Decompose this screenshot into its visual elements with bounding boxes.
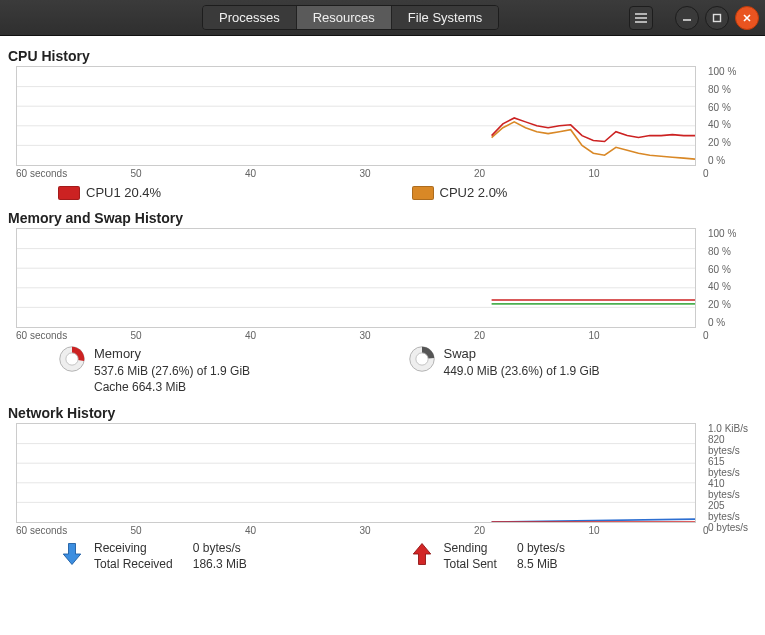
download-arrow-icon	[58, 540, 86, 568]
memory-cache-text: Cache 664.3 MiB	[94, 379, 250, 395]
maximize-icon	[712, 13, 722, 23]
main-content: CPU History 60 seconds 50 40 30 20 10 0	[0, 36, 765, 586]
memory-usage-text: 537.6 MiB (27.6%) of 1.9 GiB	[94, 363, 250, 379]
net-yaxis: 1.0 KiB/s 820 bytes/s 615 bytes/s 410 by…	[704, 423, 757, 523]
legend-cpu2[interactable]: CPU2 2.0%	[412, 185, 758, 200]
cpu-history-chart	[16, 66, 696, 166]
sending-label: Sending	[444, 540, 497, 556]
network-history-chart	[16, 423, 696, 523]
svg-point-10	[66, 353, 78, 365]
legend-cpu1[interactable]: CPU1 20.4%	[58, 185, 404, 200]
cpu2-swatch	[412, 186, 434, 200]
window-close-button[interactable]	[735, 6, 759, 30]
memory-history-title: Memory and Swap History	[8, 210, 757, 226]
network-history-title: Network History	[8, 405, 757, 421]
cpu1-swatch	[58, 186, 80, 200]
mem-xaxis: 60 seconds 50 40 30 20 10 0	[16, 330, 704, 341]
svg-rect-0	[714, 14, 721, 21]
sending-stat[interactable]: Sending Total Sent 0 bytes/s 8.5 MiB	[408, 540, 758, 572]
memory-history-chart	[16, 228, 696, 328]
total-received-label: Total Received	[94, 556, 173, 572]
minimize-icon	[682, 13, 692, 23]
total-sent-value: 8.5 MiB	[517, 556, 565, 572]
receiving-label: Receiving	[94, 540, 173, 556]
swap-stat[interactable]: Swap 449.0 MiB (23.6%) of 1.9 GiB	[408, 345, 758, 395]
cpu-history-title: CPU History	[8, 48, 757, 64]
view-switcher: Processes Resources File Systems	[202, 5, 499, 30]
app-menu-button[interactable]	[629, 6, 653, 30]
cpu2-legend-label: CPU2 2.0%	[440, 185, 508, 200]
tab-filesystems[interactable]: File Systems	[392, 6, 498, 29]
memory-label: Memory	[94, 345, 250, 363]
headerbar: Processes Resources File Systems	[0, 0, 765, 36]
mem-yaxis: 100 % 80 % 60 % 40 % 20 % 0 %	[704, 228, 757, 328]
swap-pie-icon	[408, 345, 436, 373]
tab-processes[interactable]: Processes	[203, 6, 297, 29]
window-maximize-button[interactable]	[705, 6, 729, 30]
cpu-yaxis: 100 % 80 % 60 % 40 % 20 % 0 %	[704, 66, 757, 166]
receiving-rate: 0 bytes/s	[193, 540, 247, 556]
total-received-value: 186.3 MiB	[193, 556, 247, 572]
swap-label: Swap	[444, 345, 600, 363]
swap-usage-text: 449.0 MiB (23.6%) of 1.9 GiB	[444, 363, 600, 379]
memory-stat[interactable]: Memory 537.6 MiB (27.6%) of 1.9 GiB Cach…	[58, 345, 408, 395]
tab-resources[interactable]: Resources	[297, 6, 392, 29]
upload-arrow-icon	[408, 540, 436, 568]
sending-rate: 0 bytes/s	[517, 540, 565, 556]
close-icon	[742, 13, 752, 23]
cpu1-legend-label: CPU1 20.4%	[86, 185, 161, 200]
receiving-stat[interactable]: Receiving Total Received 0 bytes/s 186.3…	[58, 540, 408, 572]
memory-stats: Memory 537.6 MiB (27.6%) of 1.9 GiB Cach…	[58, 345, 757, 395]
cpu-xaxis: 60 seconds 50 40 30 20 10 0	[16, 168, 704, 179]
window-minimize-button[interactable]	[675, 6, 699, 30]
net-xaxis: 60 seconds 50 40 30 20 10 0	[16, 525, 704, 536]
hamburger-icon	[635, 13, 647, 23]
total-sent-label: Total Sent	[444, 556, 497, 572]
memory-pie-icon	[58, 345, 86, 373]
network-stats: Receiving Total Received 0 bytes/s 186.3…	[58, 540, 757, 572]
svg-point-12	[415, 353, 427, 365]
cpu-legend: CPU1 20.4% CPU2 2.0%	[58, 185, 757, 200]
